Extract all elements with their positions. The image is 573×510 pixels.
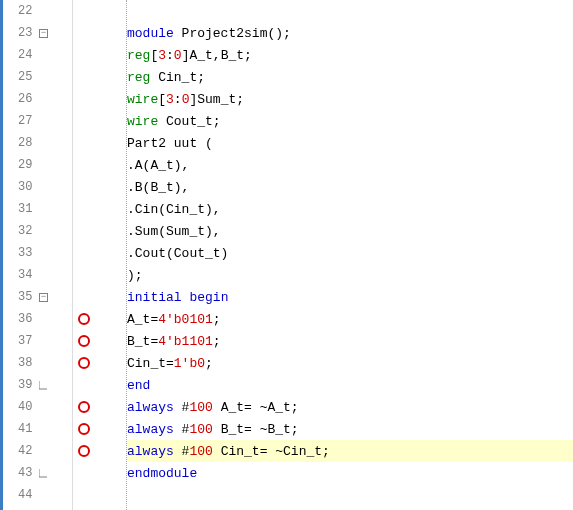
breakpoint-slot[interactable] (73, 154, 99, 176)
code-line[interactable]: A_t=4'b0101; (127, 308, 573, 330)
breakpoint-slot[interactable] (73, 66, 99, 88)
code-token: [ (158, 92, 166, 107)
line-number: 34 (3, 268, 33, 282)
breakpoint-slot[interactable] (73, 484, 99, 506)
gutter-line: 34 (3, 264, 72, 286)
code-line[interactable]: initial begin (127, 286, 573, 308)
code-line[interactable]: .Cin(Cin_t), (127, 198, 573, 220)
breakpoint-slot[interactable] (73, 242, 99, 264)
fold-region: − (37, 29, 51, 38)
code-token: B_t= (127, 334, 158, 349)
gutter-line: 24 (3, 44, 72, 66)
breakpoint-slot[interactable] (73, 374, 99, 396)
breakpoint-slot[interactable] (73, 0, 99, 22)
code-token: # (174, 422, 190, 437)
fold-close-icon[interactable] (39, 469, 48, 478)
breakpoint-slot[interactable] (73, 330, 99, 352)
breakpoint-slot[interactable] (73, 396, 99, 418)
line-number: 24 (3, 48, 33, 62)
line-number: 37 (3, 334, 33, 348)
code-token: .Cin(Cin_t), (127, 202, 221, 217)
code-token: .Sum(Sum_t), (127, 224, 221, 239)
line-number: 43 (3, 466, 33, 480)
gutter-line: 44 (3, 484, 72, 506)
fold-close-icon[interactable] (39, 381, 48, 390)
breakpoint-slot[interactable] (73, 110, 99, 132)
code-line[interactable]: Cin_t=1'b0; (127, 352, 573, 374)
code-token: always (127, 444, 174, 459)
code-line[interactable]: .Sum(Sum_t), (127, 220, 573, 242)
code-token: 3 (166, 92, 174, 107)
breakpoint-slot[interactable] (73, 44, 99, 66)
fold-region (37, 381, 51, 390)
code-line[interactable]: always #100 A_t= ~A_t; (127, 396, 573, 418)
gutter-line: 40 (3, 396, 72, 418)
code-line[interactable]: endmodule (127, 462, 573, 484)
code-token: # (174, 444, 190, 459)
breakpoint-slot[interactable] (73, 308, 99, 330)
code-area[interactable]: module Project2sim();reg[3:0]A_t,B_t;reg… (99, 0, 573, 510)
breakpoint-slot[interactable] (73, 440, 99, 462)
code-token: reg (127, 70, 150, 85)
code-line[interactable]: B_t=4'b1101; (127, 330, 573, 352)
breakpoint-slot[interactable] (73, 198, 99, 220)
breakpoint-slot[interactable] (73, 88, 99, 110)
breakpoint-slot[interactable] (73, 462, 99, 484)
code-line[interactable]: wire[3:0]Sum_t; (127, 88, 573, 110)
line-number: 25 (3, 70, 33, 84)
code-line[interactable]: wire Cout_t; (127, 110, 573, 132)
code-token: Cin_t= (127, 356, 174, 371)
code-token: .A(A_t), (127, 158, 189, 173)
code-token: 0 (174, 48, 182, 63)
gutter-line: 27 (3, 110, 72, 132)
breakpoint-icon[interactable] (78, 445, 90, 457)
breakpoint-slot[interactable] (73, 286, 99, 308)
line-number: 38 (3, 356, 33, 370)
breakpoint-slot[interactable] (73, 220, 99, 242)
code-line[interactable]: end (127, 374, 573, 396)
gutter-line: 35− (3, 286, 72, 308)
line-number: 41 (3, 422, 33, 436)
code-token: 0 (182, 92, 190, 107)
code-token: B_t= ~B_t; (213, 422, 299, 437)
line-number: 30 (3, 180, 33, 194)
fold-open-icon[interactable]: − (39, 293, 48, 302)
breakpoint-slot[interactable] (73, 264, 99, 286)
breakpoint-slot[interactable] (73, 352, 99, 374)
breakpoint-slot[interactable] (73, 176, 99, 198)
line-number: 35 (3, 290, 33, 304)
code-line[interactable] (127, 484, 573, 506)
code-token: # (174, 400, 190, 415)
breakpoint-slot[interactable] (73, 418, 99, 440)
breakpoint-slot[interactable] (73, 22, 99, 44)
code-line[interactable]: Part2 uut ( (127, 132, 573, 154)
breakpoint-icon[interactable] (78, 335, 90, 347)
gutter-line: 30 (3, 176, 72, 198)
code-token: 3 (158, 48, 166, 63)
code-line[interactable]: always #100 Cin_t= ~Cin_t; (127, 440, 573, 462)
code-line[interactable]: .A(A_t), (127, 154, 573, 176)
code-line[interactable]: reg[3:0]A_t,B_t; (127, 44, 573, 66)
gutter-line: 38 (3, 352, 72, 374)
breakpoint-icon[interactable] (78, 423, 90, 435)
code-line[interactable]: reg Cin_t; (127, 66, 573, 88)
code-line[interactable]: .B(B_t), (127, 176, 573, 198)
code-token: Part2 uut ( (127, 136, 213, 151)
code-line[interactable]: module Project2sim(); (127, 22, 573, 44)
code-line[interactable]: .Cout(Cout_t) (127, 242, 573, 264)
gutter-line: 41 (3, 418, 72, 440)
fold-open-icon[interactable]: − (39, 29, 48, 38)
gutter-line: 39 (3, 374, 72, 396)
code-line[interactable]: always #100 B_t= ~B_t; (127, 418, 573, 440)
breakpoint-icon[interactable] (78, 357, 90, 369)
gutter-line: 36 (3, 308, 72, 330)
gutter-line: 43 (3, 462, 72, 484)
breakpoint-icon[interactable] (78, 401, 90, 413)
breakpoint-slot[interactable] (73, 132, 99, 154)
code-line[interactable]: ); (127, 264, 573, 286)
breakpoint-icon[interactable] (78, 313, 90, 325)
gutter-line: 37 (3, 330, 72, 352)
code-line[interactable] (127, 0, 573, 22)
line-number: 28 (3, 136, 33, 150)
line-number: 33 (3, 246, 33, 260)
